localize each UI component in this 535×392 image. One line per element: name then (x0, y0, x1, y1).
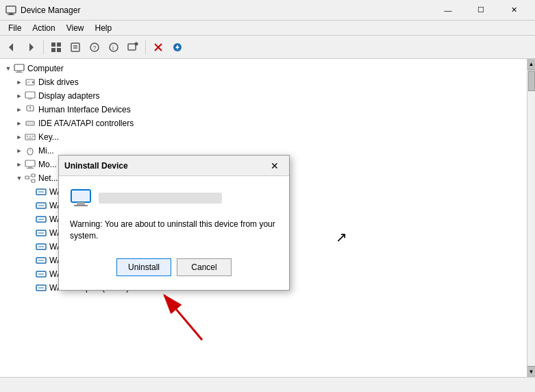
expand-computer[interactable]: ▼ (3, 63, 14, 74)
svg-rect-30 (28, 98, 32, 99)
svg-rect-1 (9, 13, 13, 14)
main-content: ▼ Computer ► (0, 59, 535, 377)
dialog-title-bar: Uninstall Device ✕ (59, 156, 289, 176)
dialog-close-button[interactable]: ✕ (266, 157, 284, 175)
tree-label-computer: Computer (27, 64, 64, 73)
svg-rect-2 (8, 14, 14, 15)
svg-marker-3 (9, 43, 13, 51)
toolbar-forward[interactable] (22, 38, 40, 56)
tree-label-monitors: Mo... (38, 160, 57, 169)
uninstall-dialog: Uninstall Device ✕ Warning: You a (58, 155, 290, 291)
menu-file[interactable]: File (3, 22, 27, 34)
scrollbar[interactable]: ▲ ▼ (527, 59, 535, 377)
disk-drive-icon (25, 77, 36, 88)
svg-rect-50 (32, 180, 35, 182)
tree-item-ide[interactable]: ► IDE ATA/ATAPI controllers (0, 117, 527, 130)
svg-rect-29 (25, 92, 35, 98)
menu-view[interactable]: View (61, 22, 90, 34)
expand-ide[interactable]: ► (14, 118, 25, 129)
close-button[interactable]: ✕ (498, 0, 530, 21)
network-icon (25, 173, 36, 184)
toolbar-delete[interactable] (149, 38, 167, 56)
svg-text:?: ? (93, 45, 97, 51)
toolbar-help[interactable]: ? (86, 38, 103, 56)
cancel-button[interactable]: Cancel (177, 258, 232, 276)
svg-rect-42 (27, 138, 33, 139)
tree-item-display-adapters[interactable]: ► Display adapters (0, 89, 527, 103)
svg-rect-47 (27, 168, 34, 169)
svg-marker-4 (29, 43, 34, 51)
mouse-icon (25, 145, 36, 156)
toolbar-scan[interactable] (124, 38, 142, 56)
device-name-placeholder (99, 193, 222, 204)
toolbar: ? i (0, 36, 535, 59)
expand-monitors[interactable]: ► (14, 159, 25, 170)
tree-item-disk-drives[interactable]: ► Disk drives (0, 75, 527, 89)
svg-rect-9 (71, 43, 79, 51)
scroll-thumb[interactable] (528, 71, 535, 91)
svg-line-51 (29, 175, 32, 177)
status-bar (0, 377, 535, 392)
expand-disk[interactable]: ► (14, 77, 25, 88)
scroll-up-btn[interactable]: ▲ (527, 59, 536, 70)
app-icon (5, 5, 16, 16)
menu-action[interactable]: Action (27, 22, 60, 34)
tree-item-computer[interactable]: ▼ Computer (0, 62, 527, 75)
svg-point-14 (110, 43, 118, 51)
expand-display[interactable]: ► (14, 90, 25, 101)
svg-line-52 (29, 177, 32, 181)
tree-label-mice: Mi... (38, 146, 54, 156)
tree-label-hid: Human Interface Devices (38, 105, 131, 114)
uninstall-button[interactable]: Uninstall (116, 258, 171, 276)
scroll-down-btn[interactable]: ▼ (527, 366, 536, 377)
svg-rect-24 (17, 71, 21, 72)
svg-rect-0 (6, 6, 16, 13)
netcard-icon-4 (36, 228, 47, 238)
svg-text:i: i (112, 45, 114, 51)
device-row (70, 187, 278, 209)
monitor-icon (25, 159, 36, 170)
expand-keyboards[interactable]: ► (14, 132, 25, 143)
maximize-button[interactable]: ☐ (465, 0, 497, 21)
netcard-icon-1 (36, 186, 47, 197)
window-controls: — ☐ ✕ (432, 0, 530, 21)
expand-hid[interactable]: ► (14, 104, 25, 115)
netcard-icon-6 (36, 255, 47, 266)
svg-rect-16 (128, 44, 136, 50)
toolbar-sep-2 (145, 40, 146, 54)
svg-rect-70 (77, 202, 85, 205)
dialog-device-icon (70, 187, 92, 209)
toolbar-show-all[interactable] (47, 38, 65, 56)
toolbar-info[interactable]: i (105, 38, 123, 56)
ide-icon (25, 118, 36, 129)
svg-rect-39 (27, 136, 28, 137)
svg-rect-40 (29, 136, 31, 137)
expand-mice[interactable]: ► (14, 145, 25, 156)
svg-point-33 (29, 107, 31, 108)
dialog-title: Uninstall Device (64, 161, 266, 171)
svg-rect-71 (74, 205, 88, 206)
tree-item-keyboards[interactable]: ► Key... (0, 130, 527, 144)
netcard-icon-7 (36, 269, 47, 280)
netcard-icon-3 (36, 214, 47, 225)
hid-icon (25, 104, 36, 115)
tree-label-keyboards: Key... (38, 132, 59, 142)
toolbar-sep-1 (43, 40, 44, 54)
minimize-button[interactable]: — (432, 0, 464, 21)
title-bar: Device Manager — ☐ ✕ (0, 0, 535, 21)
menu-help[interactable]: Help (90, 22, 118, 34)
svg-rect-45 (25, 160, 35, 167)
dialog-warning-text: Warning: You are about to uninstall this… (70, 219, 278, 242)
toolbar-back[interactable] (3, 38, 21, 56)
keyboard-icon (25, 132, 36, 143)
svg-rect-8 (57, 48, 61, 52)
svg-point-27 (32, 82, 34, 84)
tree-label-network: Net... (38, 173, 58, 183)
menu-bar: File Action View Help (0, 21, 535, 36)
tree-item-hid[interactable]: ► Human Interface Devices (0, 103, 527, 117)
toolbar-properties[interactable] (66, 38, 84, 56)
svg-rect-41 (32, 136, 34, 137)
toolbar-download[interactable] (169, 38, 186, 56)
svg-rect-48 (25, 176, 29, 179)
expand-network[interactable]: ▼ (14, 173, 25, 184)
